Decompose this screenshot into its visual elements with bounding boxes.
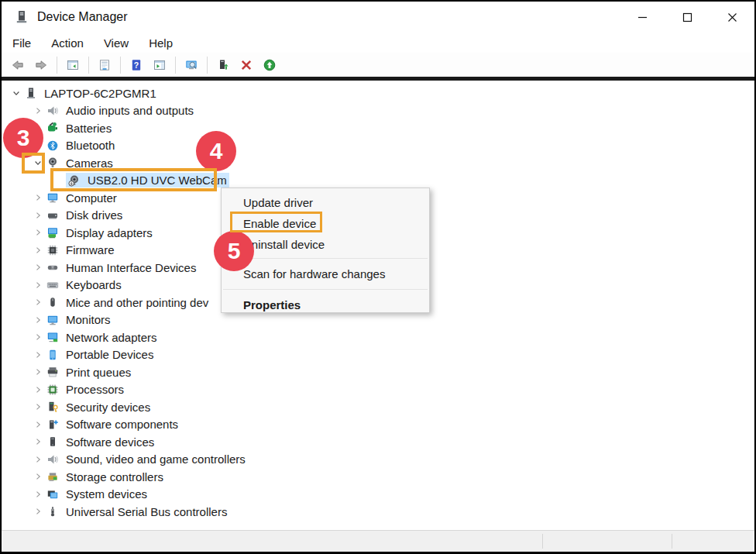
chevron-right-icon[interactable] <box>32 314 44 326</box>
software-device-icon <box>46 435 59 449</box>
chevron-right-icon[interactable] <box>32 435 44 448</box>
chevron-right-icon[interactable] <box>32 488 44 501</box>
firmware-icon <box>46 243 59 256</box>
tree-row-software-components[interactable]: Software components <box>2 416 754 434</box>
portable-icon <box>46 348 59 361</box>
tree-row-software-devices[interactable]: Software devices <box>2 433 754 451</box>
menu-help[interactable]: Help <box>149 36 173 50</box>
context-menu-separator <box>223 289 428 290</box>
chevron-right-icon[interactable] <box>32 105 44 117</box>
back-icon[interactable] <box>8 55 28 75</box>
toolbar: ? <box>2 53 754 77</box>
chevron-right-icon[interactable] <box>32 366 44 378</box>
chevron-right-icon[interactable] <box>32 418 44 431</box>
tree-row-processors[interactable]: Processors <box>2 381 754 399</box>
chevron-right-icon[interactable] <box>32 384 44 396</box>
tree-label: Monitors <box>64 312 113 327</box>
chevron-right-icon[interactable] <box>32 349 44 361</box>
tree-label: Mice and other pointing dev <box>64 295 211 310</box>
uninstall-device-icon[interactable] <box>236 55 256 75</box>
highlight-box-cameras-chevron <box>22 153 45 174</box>
chevron-right-icon[interactable] <box>32 226 44 239</box>
context-menu-item-scan-for-hardware-changes[interactable]: Scan for hardware changes <box>222 262 429 286</box>
tree-row-print-queues[interactable]: Print queues <box>2 363 754 381</box>
tree-label: Audio inputs and outputs <box>64 103 196 118</box>
update-driver-icon[interactable] <box>213 55 233 75</box>
mouse-icon <box>46 296 59 309</box>
chevron-right-icon[interactable] <box>32 401 44 413</box>
tree-row-batteries[interactable]: Batteries <box>2 119 754 137</box>
chevron-right-icon[interactable] <box>32 505 44 518</box>
close-button[interactable] <box>710 2 754 33</box>
tree-row-laptop-6c2pgmr1[interactable]: LAPTOP-6C2PGMR1 <box>2 84 754 102</box>
menu-action[interactable]: Action <box>51 36 84 50</box>
tree-label: Portable Devices <box>64 347 156 362</box>
tree-label: Disk drives <box>64 208 125 222</box>
tree-label: System devices <box>64 487 149 501</box>
context-menu-separator <box>223 258 428 259</box>
tree-row-audio-inputs-and-outputs[interactable]: Audio inputs and outputs <box>2 102 754 120</box>
chevron-right-icon[interactable] <box>32 470 44 483</box>
tree-row-bluetooth[interactable]: Bluetooth <box>2 137 754 155</box>
device-manager-window: Device Manager FileActionViewHelp ? LAPT… <box>2 2 754 552</box>
context-menu-item-properties[interactable]: Properties <box>222 293 429 317</box>
window-title: Device Manager <box>37 10 128 24</box>
tree-row-sound-video-and-game-controllers[interactable]: Sound, video and game controllers <box>2 451 754 469</box>
tree-label: Universal Serial Bus controllers <box>64 504 229 519</box>
tree-row-network-adapters[interactable]: Network adapters <box>2 329 754 346</box>
chevron-right-icon[interactable] <box>32 453 44 466</box>
audio-icon <box>46 104 59 117</box>
audio-icon <box>46 452 59 466</box>
disk-icon <box>46 208 59 222</box>
chevron-right-icon[interactable] <box>32 261 44 274</box>
hid-icon <box>46 261 59 274</box>
tree-label: Firmware <box>64 243 117 257</box>
step-badge-5: 5 <box>214 231 254 271</box>
chevron-right-icon[interactable] <box>32 191 44 204</box>
chevron-right-icon[interactable] <box>32 331 44 343</box>
minimize-button[interactable] <box>620 2 665 33</box>
chevron-right-icon[interactable] <box>32 279 44 291</box>
title-bar: Device Manager <box>2 2 754 33</box>
help-icon[interactable]: ? <box>126 55 146 75</box>
update-software-icon[interactable] <box>259 55 280 75</box>
properties-icon[interactable] <box>94 55 115 75</box>
status-bar <box>2 530 754 552</box>
tree-label: Network adapters <box>64 330 160 345</box>
menu-file[interactable]: File <box>12 36 31 50</box>
scan-computer-icon[interactable] <box>181 55 201 75</box>
context-menu-item-update-driver[interactable]: Update driver <box>222 192 429 213</box>
tree-label: Human Interface Devices <box>64 260 198 275</box>
tree-row-system-devices[interactable]: System devices <box>2 486 754 504</box>
tree-row-storage-controllers[interactable]: Storage controllers <box>2 468 754 486</box>
tree-label: Display adapters <box>64 225 155 240</box>
monitor-icon <box>46 313 59 326</box>
toolbar-separator <box>120 57 121 74</box>
chevron-right-icon[interactable] <box>32 209 44 222</box>
tree-label: Computer <box>64 191 119 205</box>
tree-label: Storage controllers <box>64 470 166 484</box>
security-icon <box>46 401 59 414</box>
bluetooth-icon <box>46 139 59 152</box>
tree-label: Keyboards <box>64 277 124 292</box>
highlight-box-enable-device <box>230 212 322 232</box>
chevron-right-icon[interactable] <box>32 244 44 256</box>
chevron-right-icon[interactable] <box>32 296 44 308</box>
tree-row-portable-devices[interactable]: Portable Devices <box>2 346 754 364</box>
menu-bar: FileActionViewHelp <box>2 33 754 53</box>
toolbar-separator <box>57 57 57 74</box>
maximize-button[interactable] <box>665 2 710 33</box>
tree-row-security-devices[interactable]: Security devices <box>2 398 754 416</box>
menu-view[interactable]: View <box>104 36 129 50</box>
forward-icon[interactable] <box>31 55 51 75</box>
action-pane-icon[interactable] <box>149 55 170 75</box>
show-console-tree-icon[interactable] <box>63 55 83 75</box>
computer-root-icon <box>24 87 37 100</box>
chevron-down-icon[interactable] <box>10 87 22 99</box>
monitor-icon <box>46 191 59 205</box>
toolbar-separator <box>175 57 176 74</box>
tree-label: Print queues <box>64 365 133 380</box>
tree-row-universal-serial-bus-controllers[interactable]: Universal Serial Bus controllers <box>2 503 754 521</box>
svg-text:?: ? <box>134 60 139 69</box>
printer-icon <box>46 366 59 379</box>
